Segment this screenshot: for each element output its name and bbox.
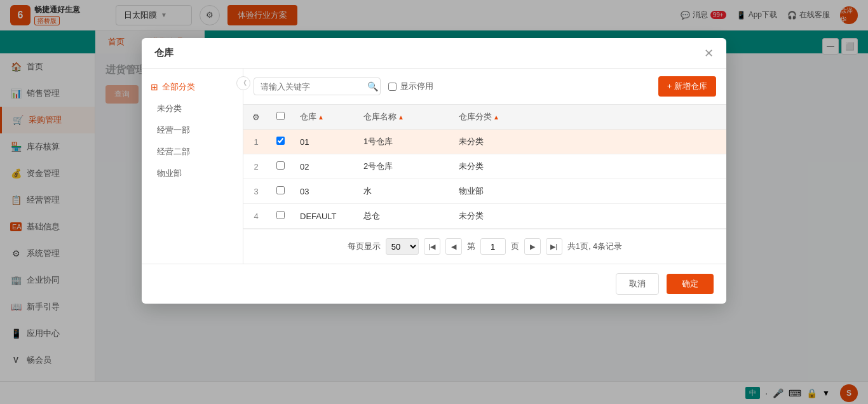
confirm-button[interactable]: 确定 bbox=[667, 274, 714, 294]
warehouse-table: ⚙ 仓库▲ 仓库名称▲ bbox=[243, 105, 726, 229]
row-code: 01 bbox=[292, 130, 356, 154]
row-name: 总仓 bbox=[356, 204, 451, 229]
show-disabled-label[interactable]: 显示停用 bbox=[388, 81, 433, 92]
category-panel: 《 ⊞ 全部分类 未分类 经营一部 经营二部 物业部 bbox=[142, 69, 243, 264]
pagination: 每页显示 50 20 100 |◀ ◀ 第 页 ▶ ▶| 共1页, 4条记录 bbox=[243, 229, 726, 264]
search-input[interactable] bbox=[261, 82, 367, 91]
cancel-button[interactable]: 取消 bbox=[616, 273, 659, 295]
row-code: 02 bbox=[292, 154, 356, 179]
page-last-button[interactable]: ▶| bbox=[546, 238, 562, 255]
table-row[interactable]: 3 03 水 物业部 bbox=[243, 179, 726, 204]
row-code: DEFAULT bbox=[292, 204, 356, 229]
collapse-button[interactable]: 《 bbox=[236, 76, 250, 90]
category-item-property[interactable]: 物业部 bbox=[142, 163, 243, 184]
search-icon[interactable]: 🔍 bbox=[367, 81, 378, 91]
page-prev-button[interactable]: ◀ bbox=[445, 238, 462, 255]
page-next-button[interactable]: ▶ bbox=[524, 238, 541, 255]
category-item-unclassified[interactable]: 未分类 bbox=[142, 98, 243, 119]
sort-name-icon: ▲ bbox=[398, 114, 404, 121]
row-num: 1 bbox=[243, 130, 269, 154]
row-checkbox[interactable] bbox=[269, 179, 292, 204]
row-code: 03 bbox=[292, 179, 356, 204]
row-num: 2 bbox=[243, 154, 269, 179]
modal-title: 仓库 bbox=[154, 47, 173, 59]
right-toolbar: 🔍 显示停用 + 新增仓库 bbox=[243, 69, 726, 105]
modal-overlay: 仓库 ✕ 《 ⊞ 全部分类 未分类 经营一部 经营二部 bbox=[0, 0, 868, 404]
modal-body: 《 ⊞ 全部分类 未分类 经营一部 经营二部 物业部 bbox=[142, 69, 726, 264]
row-name: 1号仓库 bbox=[356, 130, 451, 154]
warehouse-table-container: ⚙ 仓库▲ 仓库名称▲ bbox=[243, 105, 726, 229]
warehouse-modal: 仓库 ✕ 《 ⊞ 全部分类 未分类 经营一部 经营二部 bbox=[142, 38, 726, 304]
page-number-input[interactable] bbox=[480, 238, 506, 255]
sort-code-icon: ▲ bbox=[318, 114, 324, 121]
modal-header: 仓库 ✕ bbox=[142, 38, 726, 69]
grid-icon: ⊞ bbox=[151, 82, 158, 92]
show-disabled-checkbox[interactable] bbox=[388, 83, 397, 91]
category-all[interactable]: ⊞ 全部分类 bbox=[142, 76, 243, 98]
th-code: 仓库▲ bbox=[292, 105, 356, 130]
search-box[interactable]: 🔍 bbox=[254, 77, 381, 95]
add-warehouse-button[interactable]: + 新增仓库 bbox=[658, 76, 716, 97]
row-checkbox[interactable] bbox=[269, 204, 292, 229]
row-checkbox[interactable] bbox=[269, 130, 292, 154]
sort-cat-icon: ▲ bbox=[493, 114, 499, 121]
category-item-ops2[interactable]: 经营二部 bbox=[142, 141, 243, 163]
th-gear: ⚙ bbox=[243, 105, 269, 130]
row-category: 未分类 bbox=[451, 130, 726, 154]
row-name: 2号仓库 bbox=[356, 154, 451, 179]
row-num: 3 bbox=[243, 179, 269, 204]
right-panel: 🔍 显示停用 + 新增仓库 ⚙ bbox=[243, 69, 726, 264]
row-category: 物业部 bbox=[451, 179, 726, 204]
select-all-checkbox[interactable] bbox=[276, 112, 285, 120]
th-checkbox bbox=[269, 105, 292, 130]
gear-col-icon: ⚙ bbox=[252, 112, 260, 122]
modal-footer: 取消 确定 bbox=[142, 264, 726, 304]
table-header-row: ⚙ 仓库▲ 仓库名称▲ bbox=[243, 105, 726, 130]
table-row[interactable]: 4 DEFAULT 总仓 未分类 bbox=[243, 204, 726, 229]
page-first-button[interactable]: |◀ bbox=[424, 238, 440, 255]
row-name: 水 bbox=[356, 179, 451, 204]
per-page-select[interactable]: 50 20 100 bbox=[386, 238, 419, 255]
row-checkbox[interactable] bbox=[269, 154, 292, 179]
row-category: 未分类 bbox=[451, 204, 726, 229]
th-name: 仓库名称▲ bbox=[356, 105, 451, 130]
row-num: 4 bbox=[243, 204, 269, 229]
table-row[interactable]: 2 02 2号仓库 未分类 bbox=[243, 154, 726, 179]
row-category: 未分类 bbox=[451, 154, 726, 179]
category-item-ops1[interactable]: 经营一部 bbox=[142, 119, 243, 141]
th-category: 仓库分类▲ bbox=[451, 105, 726, 130]
table-row[interactable]: 1 01 1号仓库 未分类 bbox=[243, 130, 726, 154]
modal-close-button[interactable]: ✕ bbox=[704, 48, 714, 59]
